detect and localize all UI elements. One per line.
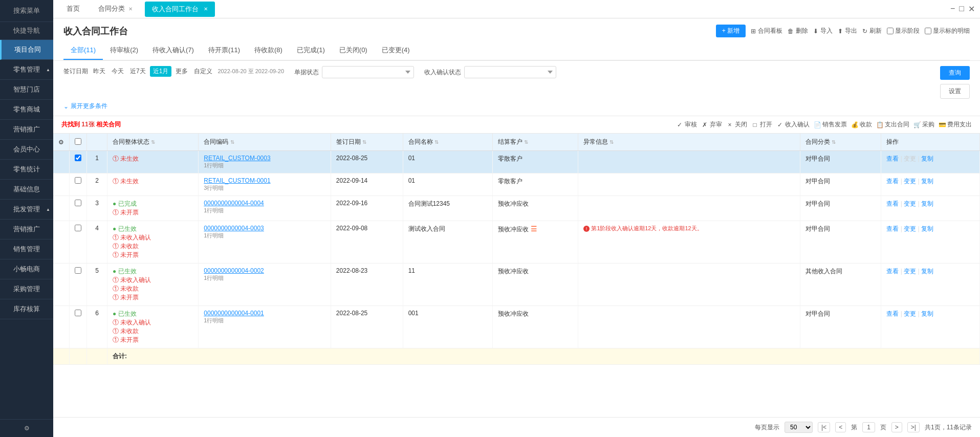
kanban-button[interactable]: ⊞ 合同看板 bbox=[751, 27, 782, 35]
sidebar-item-13[interactable]: 库存核算 bbox=[0, 299, 53, 319]
date-option-2[interactable]: 近7天 bbox=[128, 66, 148, 77]
sidebar-item-4[interactable]: 营销推广 bbox=[0, 120, 53, 140]
op-复制-4[interactable]: 复制 bbox=[921, 268, 933, 275]
sidebar-item-7[interactable]: 基础信息 bbox=[0, 180, 53, 200]
contract-link-0[interactable]: RETAIL_CUSTOM-0003 bbox=[204, 155, 270, 162]
row-checkbox-1[interactable] bbox=[75, 177, 81, 184]
action-btn-弃审[interactable]: ✗弃审 bbox=[701, 120, 722, 129]
date-option-3[interactable]: 近1月 bbox=[150, 66, 172, 77]
delete-button[interactable]: 🗑 删除 bbox=[788, 27, 808, 35]
import-button[interactable]: ⬇ 导入 bbox=[813, 27, 833, 35]
sidebar-item-2[interactable]: 智慧门店 bbox=[0, 80, 53, 100]
op-变更-4[interactable]: 变更 bbox=[904, 268, 916, 275]
minimize-button[interactable]: − bbox=[950, 4, 955, 14]
select-all-checkbox[interactable] bbox=[75, 138, 81, 145]
op-变更-1[interactable]: 变更 bbox=[904, 178, 916, 185]
show-fields-check[interactable]: 显示阶段 bbox=[887, 27, 920, 35]
op-变更-3[interactable]: 变更 bbox=[904, 225, 916, 232]
row-checkbox-5[interactable] bbox=[75, 310, 81, 316]
action-btn-支出合同[interactable]: 📋支出合同 bbox=[876, 120, 909, 129]
filter-tab-0[interactable]: 全部(11) bbox=[63, 41, 103, 60]
prev-page-button[interactable]: < bbox=[835, 422, 846, 432]
sidebar-item-12[interactable]: 采购管理 bbox=[0, 279, 53, 299]
action-btn-销售发票[interactable]: 📄销售发票 bbox=[814, 120, 847, 129]
status-select[interactable] bbox=[322, 66, 414, 78]
query-button[interactable]: 查询 bbox=[940, 66, 970, 80]
sidebar-item-3[interactable]: 零售商城 bbox=[0, 100, 53, 120]
maximize-button[interactable]: □ bbox=[959, 4, 964, 14]
op-查看-3[interactable]: 查看 bbox=[886, 225, 899, 232]
contract-link-1[interactable]: RETAIL_CUSTOM-0001 bbox=[204, 177, 270, 184]
close-button[interactable]: ✕ bbox=[968, 4, 975, 14]
sidebar-item-0[interactable]: 项目合同 bbox=[0, 40, 53, 60]
row-checkbox-0[interactable] bbox=[75, 155, 81, 161]
filter-tab-1[interactable]: 待审核(2) bbox=[103, 41, 145, 60]
filter-tab-2[interactable]: 待收入确认(7) bbox=[145, 41, 201, 60]
show-detail-check[interactable]: 显示标的明细 bbox=[925, 27, 970, 35]
filter-tab-7[interactable]: 已变更(4) bbox=[375, 41, 417, 60]
action-btn-关闭[interactable]: ×关闭 bbox=[726, 120, 747, 129]
action-btn-审核[interactable]: ✓审核 bbox=[676, 120, 697, 129]
row-checkbox-2[interactable] bbox=[75, 200, 81, 206]
tab-2[interactable]: 收入合同工作台✕ bbox=[145, 2, 215, 17]
sidebar-search[interactable]: 搜索菜单 bbox=[0, 0, 53, 22]
th-settings[interactable]: ⚙ bbox=[53, 134, 70, 151]
contract-link-4[interactable]: 0000000000004-0002 bbox=[204, 267, 264, 274]
tab-close-2[interactable]: ✕ bbox=[204, 6, 208, 12]
sidebar-nav[interactable]: 快捷导航 bbox=[0, 22, 53, 40]
confirm-select[interactable] bbox=[464, 66, 556, 78]
filter-tab-6[interactable]: 已关闭(0) bbox=[332, 41, 375, 60]
tab-0[interactable]: 首页 bbox=[58, 0, 88, 18]
tab-close-1[interactable]: ✕ bbox=[127, 6, 133, 12]
op-查看-4[interactable]: 查看 bbox=[886, 268, 899, 275]
contract-link-3[interactable]: 0000000000004-0003 bbox=[204, 225, 264, 232]
action-btn-收款[interactable]: 💰收款 bbox=[851, 120, 872, 129]
contract-link-2[interactable]: 0000000000004-0004 bbox=[204, 200, 264, 207]
page-size-select[interactable]: 50 20 100 bbox=[785, 422, 813, 433]
sidebar-item-5[interactable]: 会员中心 bbox=[0, 140, 53, 160]
customer-name: 预收冲应收 bbox=[498, 268, 529, 275]
date-option-0[interactable]: 昨天 bbox=[91, 66, 107, 77]
new-button[interactable]: + 新增 bbox=[716, 25, 746, 37]
row-checkbox-4[interactable] bbox=[75, 267, 81, 274]
op-复制-5[interactable]: 复制 bbox=[921, 310, 933, 317]
action-btn-采购[interactable]: 🛒采购 bbox=[913, 120, 934, 129]
action-btn-收入确认[interactable]: ✓收入确认 bbox=[776, 120, 810, 129]
op-复制-1[interactable]: 复制 bbox=[921, 178, 933, 185]
sidebar-item-9[interactable]: 营销推广 bbox=[0, 220, 53, 239]
tab-1[interactable]: 合同分类 ✕ bbox=[90, 0, 141, 18]
refresh-button[interactable]: ↻ 刷新 bbox=[862, 27, 882, 35]
row-checkbox-3[interactable] bbox=[75, 225, 81, 231]
op-变更-2[interactable]: 变更 bbox=[904, 200, 916, 207]
sidebar-item-6[interactable]: 零售统计 bbox=[0, 160, 53, 180]
op-查看-1[interactable]: 查看 bbox=[886, 178, 899, 185]
last-page-button[interactable]: >| bbox=[907, 422, 920, 432]
export-button[interactable]: ⬆ 导出 bbox=[838, 27, 857, 35]
op-查看-0[interactable]: 查看 bbox=[886, 155, 899, 162]
op-变更-0[interactable]: 变更 bbox=[904, 155, 916, 162]
filter-tab-5[interactable]: 已完成(1) bbox=[290, 41, 332, 60]
expand-filter-button[interactable]: ⌄ 展开更多条件 bbox=[63, 102, 970, 111]
sidebar-item-10[interactable]: 销售管理 bbox=[0, 239, 53, 259]
date-option-4[interactable]: 更多 bbox=[173, 66, 190, 77]
sidebar-settings[interactable]: ⚙ bbox=[0, 419, 53, 437]
action-btn-打开[interactable]: □打开 bbox=[751, 120, 772, 129]
filter-tab-3[interactable]: 待开票(11) bbox=[201, 41, 247, 60]
filter-tab-4[interactable]: 待收款(8) bbox=[247, 41, 290, 60]
op-复制-2[interactable]: 复制 bbox=[921, 200, 933, 207]
date-option-1[interactable]: 今天 bbox=[110, 66, 126, 77]
sidebar-item-11[interactable]: 小畅电商 bbox=[0, 259, 53, 279]
contract-link-5[interactable]: 0000000000004-0001 bbox=[204, 310, 264, 317]
first-page-button[interactable]: |< bbox=[818, 422, 830, 432]
op-查看-5[interactable]: 查看 bbox=[886, 310, 899, 317]
op-复制-3[interactable]: 复制 bbox=[921, 225, 933, 232]
sidebar-item-1[interactable]: 零售管理 bbox=[0, 60, 53, 80]
set-button[interactable]: 设置 bbox=[940, 84, 970, 99]
sidebar-item-8[interactable]: 批发管理 bbox=[0, 200, 53, 220]
op-查看-2[interactable]: 查看 bbox=[886, 200, 899, 207]
date-option-5[interactable]: 自定义 bbox=[192, 66, 214, 77]
next-page-button[interactable]: > bbox=[891, 422, 902, 432]
op-复制-0[interactable]: 复制 bbox=[921, 155, 933, 162]
action-btn-费用支出[interactable]: 💳费用支出 bbox=[939, 120, 972, 129]
op-变更-5[interactable]: 变更 bbox=[904, 310, 916, 317]
